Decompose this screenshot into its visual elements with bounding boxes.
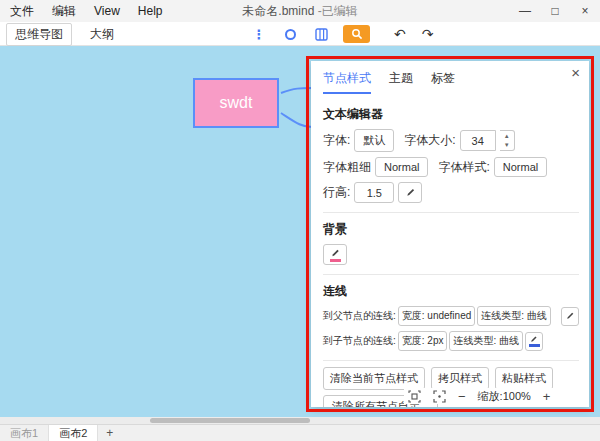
divider [323, 360, 579, 361]
background-row [323, 244, 579, 265]
child-line-width-button[interactable]: 宽度: 2px [398, 331, 448, 351]
panel-tabs: 节点样式 主题 标签 [311, 61, 589, 94]
menubar: 文件 编辑 View Help [10, 0, 162, 22]
circle-theme-icon[interactable] [281, 25, 299, 43]
scrollbar-thumb[interactable] [150, 418, 310, 423]
node-style-panel: × 节点样式 主题 标签 文本编辑器 字体: 默认 字体大小: 34 ▲ ▼ 字… [311, 61, 589, 407]
parent-line-color-button[interactable] [561, 307, 579, 326]
font-family-button[interactable]: 默认 [354, 129, 394, 152]
toolbar: 思维导图 大纲 ⋮ ↶ ↷ [0, 22, 600, 46]
pencil-icon [330, 248, 341, 258]
font-style-label: 字体样式: [438, 159, 489, 176]
background-color-button[interactable] [323, 244, 347, 265]
more-options-icon[interactable]: ⋮ [250, 25, 268, 43]
canvas-tab-1[interactable]: 画布1 [0, 425, 48, 441]
undo-button[interactable]: ↶ [394, 26, 406, 42]
child-line-color-swatch [529, 344, 540, 347]
layout-icon [315, 28, 328, 41]
fit-view-button[interactable] [408, 390, 421, 403]
menu-file[interactable]: 文件 [10, 3, 34, 20]
maximize-button[interactable]: □ [540, 0, 570, 22]
stepper-up-icon[interactable]: ▲ [500, 131, 514, 141]
circle-icon [285, 29, 296, 40]
pencil-icon [565, 311, 575, 321]
line-height-input[interactable]: 1.5 [354, 182, 394, 203]
child-line-row: 到子节点的连线: 宽度: 2px 连线类型: 曲线 [323, 331, 579, 351]
menu-help[interactable]: Help [138, 4, 163, 18]
font-weight-button[interactable]: Normal [375, 157, 428, 177]
window-controls: — □ × [510, 0, 600, 22]
zoom-out-button[interactable]: − [458, 390, 466, 403]
style-actions-row: 清除当前节点样式 拷贝样式 粘贴样式 [323, 367, 579, 390]
redo-button[interactable]: ↷ [422, 26, 434, 42]
section-title-text-editor: 文本编辑器 [323, 106, 579, 123]
parent-line-label: 到父节点的连线: [323, 309, 396, 323]
tab-outline[interactable]: 大纲 [82, 24, 122, 45]
font-weight-row: 字体粗细 Normal 字体样式: Normal [323, 157, 579, 177]
panel-tab-node-style[interactable]: 节点样式 [323, 70, 371, 94]
zoom-controls: − 缩放:100% + [404, 388, 554, 404]
panel-body: 文本编辑器 字体: 默认 字体大小: 34 ▲ ▼ 字体粗细 Normal 字体… [311, 94, 589, 407]
horizontal-scrollbar[interactable] [0, 417, 600, 424]
child-line-color-button[interactable] [525, 332, 543, 351]
document-name: 未命名.bmind [242, 4, 314, 18]
panel-tab-theme[interactable]: 主题 [389, 70, 413, 94]
line-height-row: 行高: 1.5 [323, 182, 579, 203]
copy-style-button[interactable]: 拷贝样式 [431, 367, 489, 390]
search-button[interactable] [343, 25, 370, 43]
font-size-input[interactable]: 34 [460, 130, 496, 151]
stepper-down-icon[interactable]: ▼ [500, 141, 514, 151]
history-controls: ↶ ↷ [394, 25, 433, 43]
section-title-background: 背景 [323, 221, 579, 238]
child-line-type-button[interactable]: 连线类型: 曲线 [449, 331, 523, 351]
minimize-button[interactable]: — [510, 0, 540, 22]
pencil-icon [405, 187, 416, 198]
font-weight-label: 字体粗细 [323, 159, 371, 176]
tab-mindmap[interactable]: 思维导图 [6, 23, 72, 46]
section-title-lines: 连线 [323, 283, 579, 300]
close-window-button[interactable]: × [570, 0, 600, 22]
menu-edit[interactable]: 编辑 [52, 3, 76, 20]
mindmap-node[interactable]: swdt [193, 78, 279, 128]
divider [323, 274, 579, 275]
canvas-tab-bar: 画布1 画布2 + [0, 424, 600, 441]
parent-line-type-button[interactable]: 连线类型: 曲线 [477, 306, 551, 326]
line-height-picker-button[interactable] [398, 182, 422, 203]
canvas-tab-2[interactable]: 画布2 [48, 425, 98, 441]
view-tabs: 思维导图 大纲 [6, 22, 122, 46]
child-line-label: 到子节点的连线: [323, 334, 396, 348]
titlebar: 文件 编辑 View Help 未命名.bmind -已编辑 — □ × [0, 0, 600, 22]
zoom-in-button[interactable]: + [543, 390, 551, 403]
font-label: 字体: [323, 132, 350, 149]
font-style-button[interactable]: Normal [494, 157, 547, 177]
divider [323, 212, 579, 213]
font-size-stepper[interactable]: ▲ ▼ [500, 130, 515, 151]
line-height-label: 行高: [323, 184, 350, 201]
center-view-icon [433, 390, 446, 403]
font-size-label: 字体大小: [404, 132, 455, 149]
toolbar-icons: ⋮ [250, 25, 370, 43]
background-color-swatch [330, 259, 341, 262]
font-row: 字体: 默认 字体大小: 34 ▲ ▼ [323, 129, 579, 152]
panel-tab-label[interactable]: 标签 [431, 70, 455, 94]
add-canvas-button[interactable]: + [98, 425, 121, 441]
clear-current-style-button[interactable]: 清除当前节点样式 [323, 367, 425, 390]
fit-view-icon [408, 390, 421, 403]
menu-view[interactable]: View [94, 4, 120, 18]
center-view-button[interactable] [433, 390, 446, 403]
paste-style-button[interactable]: 粘贴样式 [495, 367, 553, 390]
pencil-icon [529, 335, 539, 343]
app-window: 文件 编辑 View Help 未命名.bmind -已编辑 — □ × 思维导… [0, 0, 600, 441]
layout-structure-icon[interactable] [312, 25, 330, 43]
zoom-level-label: 缩放:100% [478, 389, 531, 404]
parent-line-width-button[interactable]: 宽度: undefined [398, 306, 476, 326]
panel-close-icon[interactable]: × [571, 65, 580, 80]
search-icon [351, 28, 363, 40]
document-state: -已编辑 [318, 4, 358, 18]
parent-line-row: 到父节点的连线: 宽度: undefined 连线类型: 曲线 [323, 306, 579, 326]
